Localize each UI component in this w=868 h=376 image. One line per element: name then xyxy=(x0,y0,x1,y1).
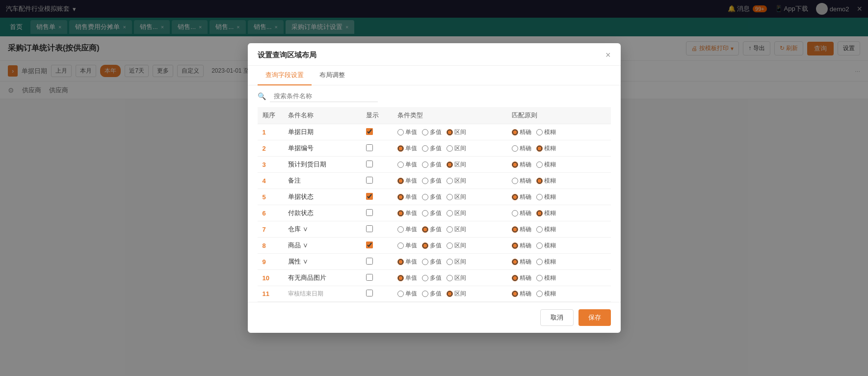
row-type-6[interactable]: 单值多值区间 xyxy=(393,221,507,238)
type-radio-多值-4[interactable]: 多值 xyxy=(422,193,442,201)
display-checkbox-2[interactable] xyxy=(366,161,373,167)
row-type-5[interactable]: 单值多值区间 xyxy=(393,205,507,221)
row-match-3[interactable]: 精确模糊 xyxy=(507,173,611,189)
match-radio-精确-0[interactable]: 精确 xyxy=(512,128,531,136)
match-radio-精确-9[interactable]: 精确 xyxy=(512,274,531,282)
type-radio-区间-5[interactable]: 区间 xyxy=(447,209,466,217)
type-radio-多值-0[interactable]: 多值 xyxy=(422,128,442,136)
match-radio-模糊-7[interactable]: 模糊 xyxy=(536,242,556,250)
display-checkbox-1[interactable] xyxy=(366,144,373,151)
type-radio-多值-9[interactable]: 多值 xyxy=(422,274,442,282)
display-checkbox-0[interactable] xyxy=(366,128,373,135)
match-radio-精确-5[interactable]: 精确 xyxy=(512,209,531,217)
type-radio-区间-10[interactable]: 区间 xyxy=(447,290,466,298)
type-radio-单值-8[interactable]: 单值 xyxy=(397,258,417,266)
row-type-1[interactable]: 单值多值区间 xyxy=(393,140,507,157)
type-radio-区间-0[interactable]: 区间 xyxy=(447,128,466,136)
row-match-4[interactable]: 精确模糊 xyxy=(507,189,611,205)
row-type-0[interactable]: 单值多值区间 xyxy=(393,124,507,140)
row-type-8[interactable]: 单值多值区间 xyxy=(393,254,507,270)
row-display-10[interactable] xyxy=(361,286,393,302)
type-radio-单值-9[interactable]: 单值 xyxy=(397,274,417,282)
display-checkbox-9[interactable] xyxy=(366,274,373,281)
match-radio-模糊-6[interactable]: 模糊 xyxy=(536,225,556,234)
type-radio-单值-0[interactable]: 单值 xyxy=(397,128,417,136)
row-type-3[interactable]: 单值多值区间 xyxy=(393,173,507,189)
save-button[interactable]: 保存 xyxy=(579,309,611,326)
row-type-9[interactable]: 单值多值区间 xyxy=(393,270,507,286)
type-radio-多值-7[interactable]: 多值 xyxy=(422,242,442,250)
row-match-5[interactable]: 精确模糊 xyxy=(507,205,611,221)
match-radio-模糊-5[interactable]: 模糊 xyxy=(536,209,556,217)
row-display-7[interactable] xyxy=(361,238,393,254)
row-display-4[interactable] xyxy=(361,189,393,205)
type-radio-单值-5[interactable]: 单值 xyxy=(397,209,417,217)
type-radio-区间-8[interactable]: 区间 xyxy=(447,258,466,266)
type-radio-单值-10[interactable]: 单值 xyxy=(397,290,417,298)
dialog-close-button[interactable]: × xyxy=(605,50,611,60)
type-radio-多值-2[interactable]: 多值 xyxy=(422,161,442,169)
match-radio-精确-4[interactable]: 精确 xyxy=(512,193,531,201)
row-type-4[interactable]: 单值多值区间 xyxy=(393,189,507,205)
row-type-10[interactable]: 单值多值区间 xyxy=(393,286,507,302)
match-radio-精确-2[interactable]: 精确 xyxy=(512,161,531,169)
dialog-tab-fields[interactable]: 查询字段设置 xyxy=(258,66,312,85)
match-radio-模糊-3[interactable]: 模糊 xyxy=(536,177,556,185)
display-checkbox-5[interactable] xyxy=(366,209,373,216)
row-display-3[interactable] xyxy=(361,173,393,189)
row-display-9[interactable] xyxy=(361,270,393,286)
row-match-7[interactable]: 精确模糊 xyxy=(507,238,611,254)
type-radio-单值-6[interactable]: 单值 xyxy=(397,225,417,234)
row-display-0[interactable] xyxy=(361,124,393,140)
type-radio-多值-3[interactable]: 多值 xyxy=(422,177,442,185)
match-radio-精确-6[interactable]: 精确 xyxy=(512,225,531,234)
match-radio-模糊-8[interactable]: 模糊 xyxy=(536,258,556,266)
row-match-0[interactable]: 精确模糊 xyxy=(507,124,611,140)
type-radio-多值-5[interactable]: 多值 xyxy=(422,209,442,217)
display-checkbox-6[interactable] xyxy=(366,225,373,232)
type-radio-单值-2[interactable]: 单值 xyxy=(397,161,417,169)
display-checkbox-8[interactable] xyxy=(366,258,373,265)
match-radio-精确-8[interactable]: 精确 xyxy=(512,258,531,266)
type-radio-单值-4[interactable]: 单值 xyxy=(397,193,417,201)
row-match-2[interactable]: 精确模糊 xyxy=(507,157,611,173)
type-radio-区间-7[interactable]: 区间 xyxy=(447,242,466,250)
row-match-8[interactable]: 精确模糊 xyxy=(507,254,611,270)
row-match-6[interactable]: 精确模糊 xyxy=(507,221,611,238)
display-checkbox-7[interactable] xyxy=(366,242,373,248)
row-type-2[interactable]: 单值多值区间 xyxy=(393,157,507,173)
cancel-button[interactable]: 取消 xyxy=(540,309,574,326)
row-match-10[interactable]: 精确模糊 xyxy=(507,286,611,302)
row-display-1[interactable] xyxy=(361,140,393,157)
match-radio-精确-10[interactable]: 精确 xyxy=(512,290,531,298)
match-radio-精确-1[interactable]: 精确 xyxy=(512,144,531,153)
type-radio-区间-2[interactable]: 区间 xyxy=(447,161,466,169)
match-radio-模糊-2[interactable]: 模糊 xyxy=(536,161,556,169)
row-display-2[interactable] xyxy=(361,157,393,173)
row-match-9[interactable]: 精确模糊 xyxy=(507,270,611,286)
type-radio-多值-10[interactable]: 多值 xyxy=(422,290,442,298)
match-radio-精确-7[interactable]: 精确 xyxy=(512,242,531,250)
match-radio-模糊-0[interactable]: 模糊 xyxy=(536,128,556,136)
dialog-tab-layout[interactable]: 布局调整 xyxy=(312,66,353,85)
display-checkbox-10[interactable] xyxy=(366,290,373,296)
row-display-6[interactable] xyxy=(361,221,393,238)
display-checkbox-4[interactable] xyxy=(366,193,373,200)
type-radio-多值-6[interactable]: 多值 xyxy=(422,225,442,234)
row-display-8[interactable] xyxy=(361,254,393,270)
type-radio-区间-3[interactable]: 区间 xyxy=(447,177,466,185)
match-radio-模糊-4[interactable]: 模糊 xyxy=(536,193,556,201)
type-radio-区间-9[interactable]: 区间 xyxy=(447,274,466,282)
match-radio-模糊-10[interactable]: 模糊 xyxy=(536,290,556,298)
type-radio-多值-1[interactable]: 多值 xyxy=(422,144,442,153)
match-radio-模糊-1[interactable]: 模糊 xyxy=(536,144,556,153)
display-checkbox-3[interactable] xyxy=(366,177,373,184)
search-input[interactable] xyxy=(270,90,378,102)
type-radio-单值-3[interactable]: 单值 xyxy=(397,177,417,185)
type-radio-单值-7[interactable]: 单值 xyxy=(397,242,417,250)
match-radio-模糊-9[interactable]: 模糊 xyxy=(536,274,556,282)
row-display-5[interactable] xyxy=(361,205,393,221)
row-type-7[interactable]: 单值多值区间 xyxy=(393,238,507,254)
row-match-1[interactable]: 精确模糊 xyxy=(507,140,611,157)
type-radio-区间-1[interactable]: 区间 xyxy=(447,144,466,153)
